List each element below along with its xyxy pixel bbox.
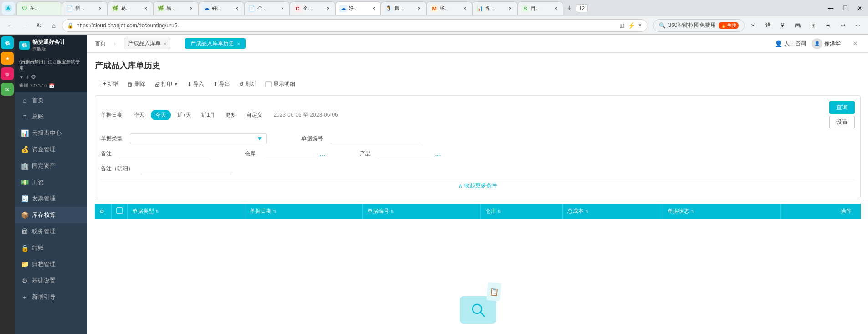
th-number[interactable]: 单据编号 ⇅ <box>363 204 480 219</box>
sidebar-item-home[interactable]: ⌂ 首页 <box>15 92 87 108</box>
close-window-button[interactable]: ✕ <box>853 2 866 15</box>
th-date[interactable]: 单据日期 ⇅ <box>245 204 362 219</box>
sidebar-item-invoice[interactable]: 🧾 发票管理 <box>15 190 87 207</box>
query-button[interactable]: 查询 <box>829 101 855 114</box>
th-checkbox[interactable] <box>111 204 127 219</box>
ai-service-btn[interactable]: 👤 人工咨询 <box>775 40 806 47</box>
tab-close-9[interactable]: × <box>416 5 422 12</box>
tab-close-11[interactable]: × <box>507 5 514 12</box>
scissors-icon[interactable]: ✂ <box>747 19 759 32</box>
tab-close-3[interactable]: × <box>143 5 149 12</box>
tab-3[interactable]: 🌿 易... × <box>108 1 153 15</box>
tab-close-10[interactable]: × <box>462 5 468 12</box>
date-btn-today[interactable]: 今天 <box>151 110 171 120</box>
search-bar[interactable]: 🔍 360智能抠图免费用 🔥 热搜 <box>653 19 745 32</box>
voucher-type-dropdown[interactable]: ▼ <box>257 135 262 142</box>
sidebar-item-payroll[interactable]: 💵 工资 <box>15 174 87 190</box>
app-red-icon[interactable]: 微 <box>1 67 14 80</box>
home-button[interactable]: ⌂ <box>47 19 60 32</box>
tab-9[interactable]: 🐧 腾... × <box>381 1 426 15</box>
date-btn-7days[interactable]: 近7天 <box>174 110 195 120</box>
sidebar-item-funds[interactable]: 💰 资金管理 <box>15 141 87 158</box>
collapse-btn[interactable]: ∧ 收起更多条件 <box>101 179 855 192</box>
page-close-btn[interactable]: × <box>850 38 861 49</box>
tab-1[interactable]: 🛡 在... <box>16 1 62 15</box>
sidebar-item-assets[interactable]: 🏢 固定资产 <box>15 158 87 174</box>
minimize-button[interactable]: — <box>824 2 837 15</box>
tab-close-4[interactable]: × <box>188 5 195 12</box>
show-detail-checkbox[interactable] <box>265 81 272 87</box>
date-btn-custom[interactable]: 自定义 <box>242 110 266 120</box>
user-avatar[interactable]: 👤 徐泽华 <box>812 38 841 49</box>
list-tab-close[interactable]: × <box>164 41 166 46</box>
warehouse-input[interactable] <box>263 149 318 159</box>
product-input[interactable] <box>378 149 433 159</box>
new-tab-button[interactable]: + <box>563 2 576 15</box>
tab-close-7[interactable]: × <box>325 5 331 12</box>
sidebar-item-report[interactable]: 📊 云报表中心 <box>15 125 87 141</box>
tab-4[interactable]: 🌿 易... × <box>153 1 199 15</box>
game-icon[interactable]: 🎮 <box>791 19 805 32</box>
history-tab-close[interactable]: × <box>237 41 240 46</box>
voucher-type-select[interactable]: ▼ <box>130 133 267 144</box>
sidebar-item-inventory[interactable]: 📦 库存核算 <box>15 207 87 223</box>
tab-6[interactable]: 📄 个... × <box>244 1 290 15</box>
history-icon[interactable]: ↩ <box>837 19 849 32</box>
history-tab-text[interactable]: 产成品入库单历史 <box>190 40 234 47</box>
note-input[interactable] <box>119 149 210 159</box>
sidebar-item-new[interactable]: + 新增引导 <box>15 289 87 305</box>
tab-close-8[interactable]: × <box>370 5 377 12</box>
add-button[interactable]: + + 新增 <box>95 78 122 90</box>
browser-app-icon[interactable] <box>2 2 15 15</box>
note-detail-input[interactable] <box>141 164 232 174</box>
print-button[interactable]: 🖨 打印 ▼ <box>151 78 182 90</box>
sidebar-item-tax[interactable]: 🏛 税务管理 <box>15 223 87 240</box>
settings-company-btn[interactable]: ⚙ <box>31 74 36 80</box>
app-green-icon[interactable]: ✉ <box>1 83 14 96</box>
th-warehouse[interactable]: 仓库 ⇅ <box>480 204 563 219</box>
app-orange-icon[interactable]: ★ <box>1 52 14 65</box>
refresh-button[interactable]: ↺ 刷新 <box>236 78 260 90</box>
print-dropdown-icon[interactable]: ▼ <box>174 82 178 87</box>
date-btn-more[interactable]: 更多 <box>221 110 240 120</box>
warehouse-dots[interactable]: ... <box>319 150 325 158</box>
forward-button[interactable]: → <box>18 19 31 32</box>
sidebar-item-archive[interactable]: 📁 归档管理 <box>15 256 87 272</box>
date-btn-1month[interactable]: 近1月 <box>198 110 219 120</box>
export-button[interactable]: ⬆ 导出 <box>210 78 234 90</box>
currency-icon[interactable]: ¥ <box>777 19 788 32</box>
product-dots[interactable]: ... <box>435 150 441 158</box>
th-voucher-type[interactable]: 单据类型 ⇅ <box>127 204 245 219</box>
refresh-button[interactable]: ↻ <box>33 19 46 32</box>
show-detail-toggle[interactable]: 显示明细 <box>265 80 295 88</box>
add-company-btn[interactable]: + <box>26 73 29 81</box>
settings-menu-icon[interactable]: ⋯ <box>852 19 864 32</box>
tab-close-2[interactable]: × <box>97 5 103 12</box>
tab-11[interactable]: 📊 各... × <box>472 1 518 15</box>
sidebar-item-settings[interactable]: ⚙ 基础设置 <box>15 272 87 289</box>
tab-2[interactable]: 📄 新... × <box>62 1 108 15</box>
delete-button[interactable]: 🗑 删除 <box>124 78 149 90</box>
th-total-cost[interactable]: 总成本 ⇅ <box>563 204 663 219</box>
tab-10[interactable]: M 畅... × <box>426 1 472 15</box>
tab-7[interactable]: C 企... × <box>290 1 335 15</box>
calendar-icon[interactable]: 📅 <box>49 83 54 88</box>
sidebar-item-ledger[interactable]: ≡ 总账 <box>15 108 87 125</box>
breadcrumb-home[interactable]: 首页 <box>95 40 106 47</box>
tab-8-active[interactable]: ☁ 好... × <box>335 1 381 15</box>
voucher-no-input[interactable] <box>330 134 421 144</box>
translate-icon[interactable]: 译 <box>762 19 775 32</box>
dropdown-arrow[interactable]: ▼ <box>638 23 642 28</box>
th-settings[interactable]: ⚙ <box>95 204 111 219</box>
url-bar[interactable]: 🔒 https://cloud.chanjet.com/accounting/u… <box>62 19 647 32</box>
tab-5[interactable]: ☁ 好... × <box>199 1 244 15</box>
sidebar-item-closing[interactable]: 🔒 结账 <box>15 240 87 256</box>
sun-icon[interactable]: ☀ <box>822 19 834 32</box>
settings-button[interactable]: 设置 <box>829 116 855 128</box>
app-chanjet-icon[interactable]: 畅 <box>1 36 14 49</box>
tab-close-6[interactable]: × <box>279 5 286 12</box>
tab-12[interactable]: S 目... × <box>518 1 563 15</box>
import-button[interactable]: ⬇ 导入 <box>184 78 208 90</box>
company-dropdown-icon[interactable]: ▼ <box>19 75 24 80</box>
tab-close-12[interactable]: × <box>553 5 559 12</box>
